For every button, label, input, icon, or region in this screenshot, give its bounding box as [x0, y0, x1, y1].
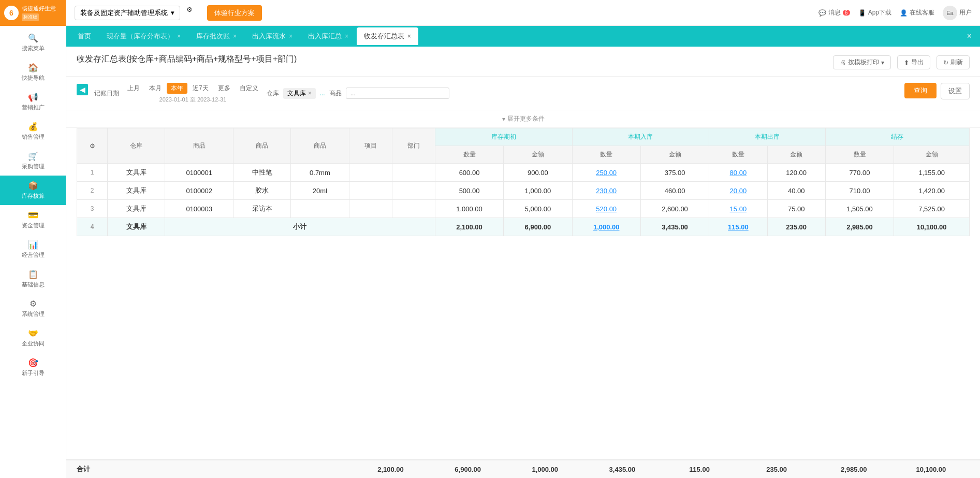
sidebar-label-inventory: 库存核算 [22, 192, 45, 200]
sidebar-item-inventory[interactable]: 📦库存核算 [0, 176, 66, 205]
row-close-qty: 710.00 [825, 182, 894, 200]
settings-button[interactable]: ⚙ [186, 6, 201, 20]
expand-more-btn[interactable]: ▾ 展开更多条件 [66, 110, 980, 128]
row-in-qty[interactable]: 520.00 [572, 200, 640, 218]
date-this-year-btn[interactable]: 本年 [167, 83, 187, 94]
refresh-button[interactable]: ↻ 刷新 [937, 55, 970, 69]
enterprise-icon: 🤝 [28, 328, 38, 338]
table-wrapper: ⚙ 仓库 商品 商品 商品 项目 部门 库存期初 本期入库 本期出库 结存 数量 [66, 128, 980, 459]
footer-out-qty: 115.00 [661, 466, 738, 473]
sidebar-item-operations[interactable]: 📊经营管理 [0, 235, 66, 264]
warehouse-filter-label: 仓库 [267, 89, 279, 98]
query-button[interactable]: 查询 [904, 83, 937, 98]
subtotal-out-amt: 235.00 [767, 218, 825, 236]
goods-filter-input[interactable] [346, 88, 449, 99]
inventory-icon: 📦 [28, 181, 38, 191]
row-num: 2 [77, 182, 108, 200]
logo-subtitle: 标准版 [22, 13, 39, 21]
tab-close-inout_flow[interactable]: × [289, 33, 292, 40]
user-label: 用户 [959, 8, 972, 17]
row-code: 0100002 [165, 182, 233, 200]
tab-close-inout_summary[interactable]: × [345, 33, 348, 40]
date-prev-month-btn[interactable]: 上月 [123, 83, 144, 94]
online-service-action[interactable]: 👤 在线客服 [900, 8, 934, 17]
tab-label-inventory_dist: 现存量（库存分布表） [107, 32, 174, 41]
table-settings-icon[interactable]: ⚙ [90, 142, 95, 150]
search-icon: 🔍 [28, 33, 38, 43]
message-action[interactable]: 💬 消息 6 [818, 8, 850, 17]
row-num: 3 [77, 200, 108, 218]
row-department [392, 164, 435, 182]
sidebar-item-purchase[interactable]: 🛒采购管理 [0, 146, 66, 176]
avatar: Ea [943, 6, 957, 20]
row-out-qty[interactable]: 15.00 [709, 200, 767, 218]
table-row: 2 文具库 0100002 胶水 20ml 500.00 1,000.00 23… [77, 182, 970, 200]
tab-batch_ledger[interactable]: 库存批次账 × [189, 27, 244, 45]
th-closing-group: 结存 [825, 128, 969, 146]
sidebar-item-newbie[interactable]: 🎯新手引导 [0, 353, 66, 382]
tab-label-inout_summary: 出入库汇总 [308, 32, 342, 41]
date-this-month-btn[interactable]: 本月 [145, 83, 166, 94]
subtotal-warehouse: 文具库 [108, 218, 165, 236]
tabbar: 首页现存量（库存分布表） ×库存批次账 ×出入库流水 ×出入库汇总 ×收发存汇总… [66, 26, 980, 47]
app-download-action[interactable]: 📱 App下载 [858, 8, 891, 17]
subtotal-in-qty[interactable]: 1,000.00 [572, 218, 640, 236]
filter-collapse-button[interactable]: ◀ [77, 84, 88, 95]
table-row: 1 文具库 0100001 中性笔 0.7mm 600.00 900.00 25… [77, 164, 970, 182]
row-open-amt: 900.00 [504, 164, 572, 182]
tab-inout_summary[interactable]: 出入库汇总 × [301, 27, 356, 45]
subtotal-close-qty: 2,985.00 [825, 218, 894, 236]
footer-in-amt: 3,435.00 [583, 466, 661, 473]
date-filter-group: 上月 本月 本年 近7天 更多 自定义 2023-01-01 至 2023-12… [123, 83, 262, 104]
sidebar-item-finance[interactable]: 💳资金管理 [0, 205, 66, 235]
refresh-icon: ↻ [943, 59, 948, 66]
system-selector[interactable]: 装备及固定资产辅助管理系统 ▾ [75, 6, 180, 20]
row-close-qty: 770.00 [825, 164, 894, 182]
warehouse-tag-text: 文具库 [287, 89, 306, 98]
th-project: 项目 [349, 128, 392, 164]
system-icon: ⚙ [30, 299, 37, 309]
th-open-amt: 金额 [504, 146, 572, 164]
row-in-amt: 460.00 [640, 182, 709, 200]
filter-settings-button[interactable]: 设置 [941, 83, 970, 99]
tab-close-batch_ledger[interactable]: × [233, 33, 237, 40]
sidebar-item-basic_info[interactable]: 📋基础信息 [0, 264, 66, 294]
subtotal-out-qty[interactable]: 115.00 [709, 218, 767, 236]
th-settings[interactable]: ⚙ [77, 128, 108, 164]
print-button[interactable]: 🖨 按模板打印 ▾ [833, 55, 891, 69]
tab-close-stock_summary[interactable]: × [407, 33, 411, 40]
warehouse-more-btn[interactable]: ... [320, 90, 325, 97]
export-icon: ⬆ [904, 59, 909, 66]
row-out-qty[interactable]: 20.00 [709, 182, 767, 200]
warehouse-remove-btn[interactable]: × [308, 90, 312, 97]
chevron-down-icon: ▾ [881, 59, 884, 66]
row-in-qty[interactable]: 250.00 [572, 164, 640, 182]
row-department [392, 200, 435, 218]
tab-home[interactable]: 首页 [70, 27, 98, 45]
tabbar-close-all[interactable]: × [963, 30, 976, 43]
row-out-qty[interactable]: 80.00 [709, 164, 767, 182]
row-code: 0100003 [165, 200, 233, 218]
date-more-btn[interactable]: 更多 [214, 83, 235, 94]
sidebar-item-system[interactable]: ⚙系统管理 [0, 294, 66, 323]
try-button[interactable]: 体验行业方案 [207, 5, 262, 21]
tab-inout_flow[interactable]: 出入库流水 × [245, 27, 300, 45]
sidebar-item-sales[interactable]: 💰销售管理 [0, 117, 66, 146]
date-custom-btn[interactable]: 自定义 [236, 83, 262, 94]
sidebar-item-marketing[interactable]: 📢营销推广 [0, 87, 66, 117]
date-7days-btn[interactable]: 近7天 [188, 83, 213, 94]
printer-icon: 🖨 [840, 59, 846, 66]
tab-stock_summary[interactable]: 收发存汇总表 × [357, 27, 418, 45]
row-close-qty: 1,505.00 [825, 200, 894, 218]
user-action[interactable]: Ea 用户 [943, 6, 972, 20]
export-button[interactable]: ⬆ 导出 [897, 55, 930, 69]
row-in-qty[interactable]: 230.00 [572, 182, 640, 200]
subtotal-label: 小计 [165, 218, 435, 236]
tab-inventory_dist[interactable]: 现存量（库存分布表） × [99, 27, 188, 45]
sidebar-item-quick_nav[interactable]: 🏠快捷导航 [0, 57, 66, 87]
tab-close-inventory_dist[interactable]: × [177, 33, 181, 40]
sidebar-label-search: 搜索菜单 [22, 45, 45, 52]
row-open-amt: 5,000.00 [504, 200, 572, 218]
sidebar-item-search[interactable]: 🔍搜索菜单 [0, 28, 66, 57]
sidebar-item-enterprise[interactable]: 🤝企业协同 [0, 323, 66, 353]
